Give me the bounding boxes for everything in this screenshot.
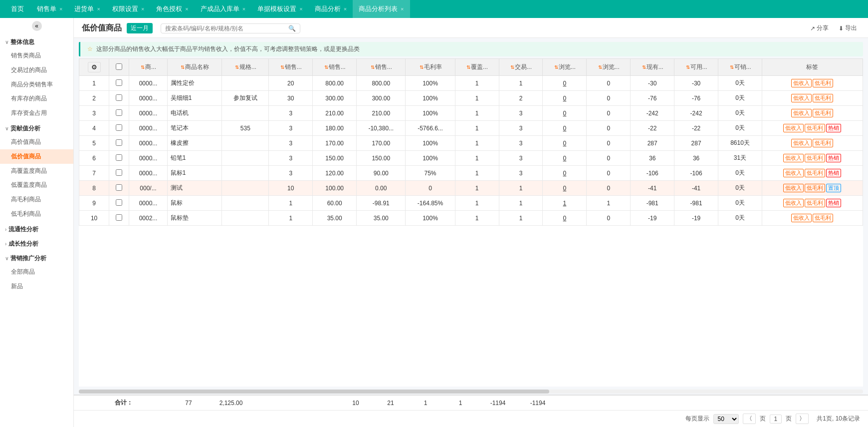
collapse-sidebar-button[interactable]: « — [32, 21, 42, 31]
col-coverage[interactable]: ⇅覆盖... — [455, 59, 499, 76]
col-spec[interactable]: ⇅规格... — [222, 59, 269, 76]
col-browse1[interactable]: ⇅浏览... — [543, 59, 587, 76]
col-saleable[interactable]: ⇅可销... — [718, 59, 762, 76]
sidebar-item-stock-goods[interactable]: 有库存的商品 — [0, 91, 73, 106]
row-current: -19 — [631, 211, 674, 226]
sidebar-item-high-value[interactable]: 高价值商品 — [0, 135, 73, 149]
row-checkbox[interactable] — [116, 199, 122, 206]
nav-home[interactable]: 首页 — [4, 4, 31, 13]
row-browse1[interactable]: 0 — [543, 136, 587, 151]
horizontal-scrollbar[interactable] — [79, 390, 863, 394]
row-checkbox[interactable] — [116, 94, 122, 101]
row-spec — [222, 181, 269, 196]
close-icon[interactable]: × — [185, 6, 188, 12]
close-icon[interactable]: × — [344, 6, 347, 12]
sidebar-item-low-value[interactable]: 低价值商品 — [0, 149, 73, 164]
col-trade[interactable]: ⇅交易... — [499, 59, 543, 76]
table-row: 30000...电话机3210.00210.00100%1300-242-242… — [79, 106, 863, 121]
sidebar-group-marketing[interactable]: ∨ 营销推广分析 — [0, 250, 73, 265]
row-browse1[interactable]: 0 — [543, 151, 587, 166]
close-icon[interactable]: × — [299, 6, 302, 12]
col-margin[interactable]: ⇅毛利率 — [406, 59, 455, 76]
nav-tab-goods-analysis[interactable]: 商品分析 × — [309, 0, 353, 18]
close-icon[interactable]: × — [401, 6, 404, 12]
row-trade: 3 — [499, 166, 543, 181]
row-checkbox[interactable] — [116, 79, 122, 86]
page-title: 低价值商品 — [82, 23, 122, 33]
close-icon[interactable]: × — [242, 6, 245, 12]
row-checkbox[interactable] — [116, 139, 122, 146]
close-icon[interactable]: × — [141, 6, 144, 12]
col-name[interactable]: ⇅商品名称 — [167, 59, 221, 76]
export-button[interactable]: ⬇ 导出 — [836, 23, 860, 33]
row-saleable: 0天 — [718, 181, 762, 196]
col-code[interactable]: ⇅商... — [129, 59, 168, 76]
row-browse1[interactable]: 0 — [543, 211, 587, 226]
row-checkbox[interactable] — [116, 109, 122, 116]
sidebar-item-low-coverage[interactable]: 低覆盖度商品 — [0, 178, 73, 192]
col-sale-amount[interactable]: ⇅销售... — [313, 59, 357, 76]
row-usable: -981 — [674, 196, 718, 211]
sidebar-item-low-margin[interactable]: 低毛利商品 — [0, 207, 73, 221]
row-checkbox[interactable] — [116, 169, 122, 176]
col-usable[interactable]: ⇅可用... — [674, 59, 718, 76]
nav-tab-goods-analysis-list[interactable]: 商品分析列表 × — [353, 0, 410, 18]
sidebar-group-overall[interactable]: ∨ 整体信息 — [0, 34, 73, 48]
select-all-checkbox[interactable] — [116, 63, 122, 70]
sidebar-item-all-goods[interactable]: 全部商品 — [0, 265, 73, 279]
row-checkbox-cell — [109, 151, 129, 166]
row-usable: -76 — [674, 91, 718, 106]
col-gear[interactable]: ⚙ — [79, 59, 109, 76]
share-button[interactable]: ↗ 分享 — [807, 23, 832, 33]
sidebar-item-traded-goods[interactable]: 交易过的商品 — [0, 63, 73, 77]
total-coverage: 10 — [338, 400, 373, 407]
close-icon[interactable]: × — [97, 6, 100, 12]
scrollbar-thumb[interactable] — [79, 390, 549, 394]
sidebar-group-flow[interactable]: › 流通性分析 — [0, 221, 73, 236]
search-icon[interactable]: 🔍 — [288, 25, 296, 32]
row-checkbox[interactable] — [116, 124, 122, 131]
row-browse1[interactable]: 0 — [543, 106, 587, 121]
col-browse2[interactable]: ⇅浏览... — [587, 59, 631, 76]
sidebar-item-new-goods[interactable]: 新品 — [0, 279, 73, 294]
sidebar-group-growth[interactable]: › 成长性分析 — [0, 236, 73, 250]
col-current[interactable]: ⇅现有... — [631, 59, 674, 76]
sidebar-group-contribution[interactable]: ∨ 贡献值分析 — [0, 120, 73, 135]
row-browse2: 0 — [587, 136, 631, 151]
sidebar-item-high-coverage[interactable]: 高覆盖度商品 — [0, 164, 73, 178]
next-page-button[interactable]: 〉 — [796, 414, 809, 424]
row-checkbox[interactable] — [116, 154, 122, 161]
per-page-select[interactable]: 50 20 100 — [713, 414, 739, 424]
row-browse1[interactable]: 0 — [543, 91, 587, 106]
sidebar-item-category-sales-rate[interactable]: 商品分类销售率 — [0, 77, 73, 92]
pagination-bar: 每页显示 50 20 100 〈 页 1 页 〉 共1页, 10条记录 — [74, 410, 868, 427]
row-browse1[interactable]: 0 — [543, 181, 587, 196]
row-usable: -30 — [674, 76, 718, 91]
row-checkbox-cell — [109, 196, 129, 211]
row-sale-qty: 3 — [269, 121, 313, 136]
col-sale-profit[interactable]: ⇅销售... — [357, 59, 406, 76]
close-icon[interactable]: × — [59, 6, 62, 12]
row-browse1[interactable]: 0 — [543, 121, 587, 136]
row-checkbox[interactable] — [116, 214, 122, 221]
col-sale-qty[interactable]: ⇅销售... — [269, 59, 313, 76]
time-filter-button[interactable]: 近一月 — [127, 23, 153, 33]
row-checkbox[interactable] — [116, 184, 122, 191]
row-browse1[interactable]: 0 — [543, 166, 587, 181]
nav-tab-product-stock[interactable]: 产成品入库单 × — [195, 0, 251, 18]
nav-tab-roles[interactable]: 角色授权 × — [150, 0, 194, 18]
row-browse1[interactable]: 0 — [543, 76, 587, 91]
sidebar-item-sales-goods[interactable]: 销售类商品 — [0, 48, 73, 63]
prev-page-button[interactable]: 〈 — [743, 414, 756, 424]
nav-tab-purchase[interactable]: 进货单 × — [68, 0, 106, 18]
gear-settings-button[interactable]: ⚙ — [88, 62, 101, 72]
nav-tab-template[interactable]: 单据模板设置 × — [251, 0, 308, 18]
sidebar-item-high-margin[interactable]: 高毛利商品 — [0, 192, 73, 207]
row-name: 铅笔1 — [167, 151, 221, 166]
row-browse1[interactable]: 1 — [543, 196, 587, 211]
nav-tab-permissions[interactable]: 权限设置 × — [106, 0, 150, 18]
search-input[interactable] — [165, 25, 286, 32]
nav-tab-sales[interactable]: 销售单 × — [31, 0, 68, 18]
sidebar-item-stock-capital[interactable]: 库存资金占用 — [0, 106, 73, 120]
row-browse2: 0 — [587, 106, 631, 121]
